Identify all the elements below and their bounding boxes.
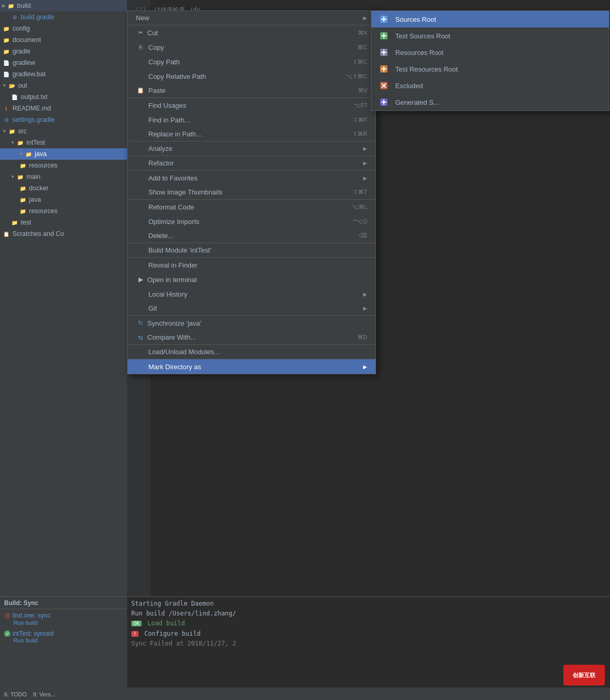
menu-item-thumbnails[interactable]: Show Image Thumbnails ⇧⌘T [128,185,376,200]
paste-icon: 📋 [136,86,145,95]
menu-item-refactor[interactable]: Refactor ▶ [128,156,376,171]
shortcut-find-usages: ⌥F7 [354,102,367,109]
tree-item-out[interactable]: ▼ 📂 out [0,80,127,91]
error-badge: ! [131,631,138,637]
menu-item-compare[interactable]: ⇆ Compare With... ⌘D [128,330,376,345]
status-bar: 6: TODO 9: Vers... [0,688,610,700]
menu-item-build-module[interactable]: Build Module 'intTest' [128,243,376,258]
menu-label-build-module: Build Module 'intTest' [148,246,367,254]
tree-item-readme[interactable]: ℹ README.md [0,103,127,114]
tree-item-src[interactable]: ▼ 📁 src [0,125,127,137]
menu-label-find-usages: Find Usages [148,102,354,109]
folder-icon: 📁 [7,2,15,10]
menu-label-terminal: Open in terminal [147,276,367,284]
ok-icon: ✓ [4,631,10,637]
submenu-item-generated[interactable]: Generated S... [371,94,609,110]
tree-item-scratches[interactable]: 📋 Scratches and Co [0,228,127,240]
submenu-item-test-resources-root[interactable]: Test Resources Root [371,61,609,77]
tree-item-docker[interactable]: 📁 docker [0,183,127,194]
menu-item-find-path[interactable]: Find in Path... ⇧⌘F [128,113,376,127]
tree-arrow: ▼ [10,140,15,145]
menu-item-new[interactable]: New ▶ [128,11,376,25]
gradle-icon: ⚙ [10,13,19,21]
tree-item-build[interactable]: ▶ 📁 build [0,0,127,11]
menu-item-replace-path[interactable]: Replace in Path... ⇧⌘R [128,127,376,142]
menu-item-find-usages[interactable]: Find Usages ⌥F7 [128,98,376,113]
tree-label: java [29,196,41,203]
build-item-1[interactable]: ⊘ lind.one: sync Run build [0,609,127,628]
submenu-item-sources-root[interactable]: Sources Root [371,11,609,27]
build-item-2[interactable]: ✓ intTest: synced Run build [0,628,127,646]
tree-item-settings-gradle[interactable]: ⚙ settings.gradle [0,114,127,125]
tree-item-main[interactable]: ▼ 📁 main [0,171,127,183]
build-name-2: intTest: synced [12,630,53,637]
tree-item-document[interactable]: 📁 document [0,34,127,46]
submenu-arrow-history: ▶ [363,291,367,297]
tree-arrow: ▼ [2,129,7,134]
menu-item-git[interactable]: Git ▶ [128,301,376,316]
shortcut-paste: ⌘V [358,87,367,94]
status-vcs[interactable]: 9: Vers... [33,691,56,697]
log-configure-build: Configure build [144,630,200,637]
menu-item-favorites[interactable]: Add to Favorites ▶ [128,171,376,185]
log-line-5: Sync Failed at 2018/11/27, 2 [131,639,606,649]
menu-item-copy-path[interactable]: Copy Path ⇧⌘C [128,54,376,69]
submenu-label-generated: Generated S... [395,99,439,106]
tree-item-resources-2[interactable]: 📁 resources [0,205,127,217]
menu-item-paste[interactable]: 📋 Paste ⌘V [128,83,376,98]
tree-item-gradle[interactable]: 📁 gradle [0,46,127,57]
tree-label: out [18,82,27,89]
menu-item-load-modules[interactable]: Load/Unload Modules... [128,345,376,359]
build-module-icon [136,246,145,255]
menu-item-copy-relative[interactable]: Copy Relative Path ⌥⇧⌘C [128,69,376,83]
tree-item-gradlew-bat[interactable]: 📄 gradlew.bat [0,68,127,80]
menu-item-reveal[interactable]: Reveal in Finder [128,258,376,272]
tree-item-intTest[interactable]: ▼ 📁 intTest [0,137,127,148]
tree-item-java-1[interactable]: ▼ 📁 java [0,148,127,160]
folder-icon: 📁 [19,161,27,170]
tree-item-gradlew[interactable]: 📄 gradlew [0,57,127,68]
menu-item-cut[interactable]: ✂ Cut ⌘X [128,25,376,40]
menu-item-local-history[interactable]: Local History ▶ [128,287,376,301]
run-build-1: Run build [4,620,123,626]
reveal-icon [136,260,145,270]
tree-item-resources-1[interactable]: 📁 resources [0,160,127,171]
excluded-icon [380,81,390,90]
submenu-item-excluded[interactable]: Excluded [371,77,609,94]
run-build-2: Run build [4,637,123,643]
tree-item-test[interactable]: 📁 test [0,217,127,228]
menu-label-copy: Copy [148,44,357,51]
delete-icon [136,231,145,241]
ok-badge: OK [131,621,142,626]
tree-item-output[interactable]: 📄 output.txt [0,91,127,103]
menu-label-replace-path: Replace in Path... [148,130,353,138]
svg-rect-2 [383,17,384,22]
copy-icon: ⎘ [136,43,145,52]
shortcut-copy-path: ⇧⌘C [353,59,367,65]
menu-item-optimize[interactable]: Optimize Imports ^⌥O [128,214,376,229]
menu-label-compare: Compare With... [147,333,357,341]
gradle-icon: ⚙ [2,116,10,124]
menu-item-analyze[interactable]: Analyze ▶ [128,142,376,156]
tree-arrow: ▼ [10,174,15,179]
tree-item-java-2[interactable]: 📁 java [0,194,127,205]
folder-icon: 📁 [19,195,27,204]
menu-item-mark-directory[interactable]: Mark Directory as ▶ [128,359,376,374]
submenu-item-test-sources-root[interactable]: Test Sources Root [371,27,609,44]
menu-item-reformat[interactable]: Reformat Code ⌥⌘L [128,200,376,214]
shortcut-copy-relative: ⌥⇧⌘C [346,73,367,80]
tree-label: docker [29,185,49,192]
tree-label: gradlew [12,59,35,66]
svg-rect-5 [383,33,384,38]
menu-item-terminal[interactable]: ▶ Open in terminal [128,272,376,287]
submenu-item-resources-root[interactable]: Resources Root [371,44,609,61]
submenu-label-sources-root: Sources Root [395,16,436,23]
menu-item-synchronize[interactable]: ↻ Synchronize 'java' [128,316,376,330]
menu-item-copy[interactable]: ⎘ Copy ⌘C [128,40,376,54]
menu-item-delete[interactable]: Delete... ⌫ [128,229,376,243]
tree-item-config[interactable]: 📁 config [0,23,127,34]
menu-label-thumbnails: Show Image Thumbnails [148,188,353,196]
status-todo[interactable]: 6: TODO [4,691,27,697]
shortcut-replace-path: ⇧⌘R [353,131,367,137]
tree-item-build-gradle[interactable]: ⚙ build.gradle [0,11,127,23]
